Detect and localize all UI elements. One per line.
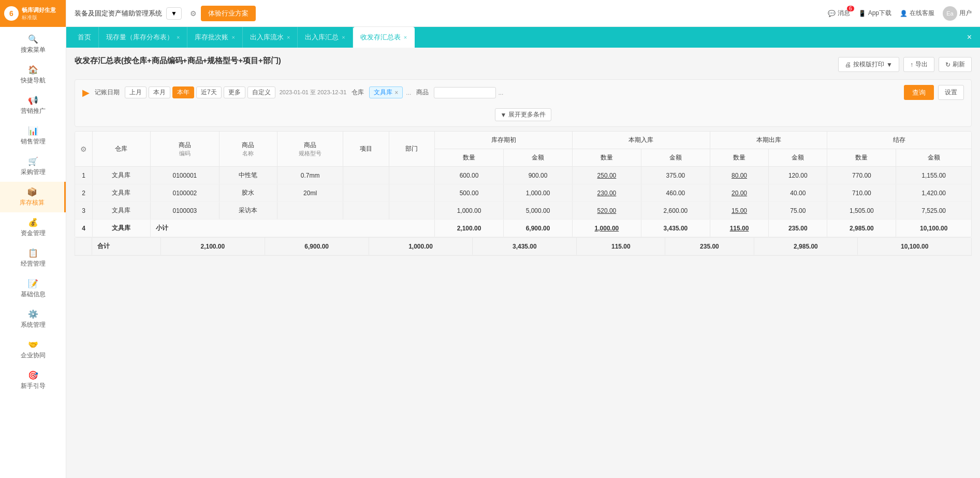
sidebar-item-operations[interactable]: 📋 经营管理 — [0, 243, 66, 273]
date-btn-custom[interactable]: 自定义 — [247, 86, 275, 98]
sidebar-item-label: 搜索菜单 — [21, 46, 46, 54]
row-out-qty[interactable]: 15.00 — [710, 202, 768, 220]
product-more-btn[interactable]: ... — [498, 89, 503, 96]
warehouse-tag-close[interactable]: × — [394, 89, 398, 96]
tab-close-icon[interactable]: × — [177, 34, 180, 40]
total-bal-qty: 2,985.00 — [754, 238, 858, 255]
sidebar-item-inventory[interactable]: 📦 库存核算 — [0, 182, 66, 212]
row-out-qty[interactable]: 20.00 — [710, 184, 768, 202]
export-label: 导出 — [915, 60, 928, 69]
marketing-icon: 📢 — [28, 95, 38, 105]
warehouse-filter: 文具库 × ... — [369, 86, 411, 98]
sidebar-item-quick-nav[interactable]: 🏠 快捷导航 — [0, 60, 66, 90]
refresh-icon: ↻ — [945, 61, 950, 68]
logo-icon: 6 — [4, 6, 19, 21]
warehouse-more-btn[interactable]: ... — [406, 89, 411, 96]
main-area: 装备及固定资产辅助管理系统 ▼ ⚙ 体验行业方案 💬 消息 6 📱 App下载 … — [66, 0, 980, 478]
row-spec: 0.7mm — [277, 167, 343, 184]
sidebar-item-system[interactable]: ⚙️ 系统管理 — [0, 304, 66, 335]
user-action[interactable]: Ea 用户 — [943, 6, 972, 21]
col-project-header: 项目 — [343, 132, 389, 167]
tab-inout-flow[interactable]: 出入库流水 × — [243, 27, 298, 48]
column-settings-icon[interactable]: ⚙ — [80, 145, 87, 153]
subtotal-row: 4 文具库 小计 2,100.00 6,900.00 1,000.00 3,43… — [75, 220, 971, 237]
row-out-amt: 40.00 — [769, 184, 827, 202]
sidebar-item-label: 系统管理 — [21, 321, 46, 329]
row-bal-qty: 710.00 — [827, 184, 896, 202]
expand-conditions-button[interactable]: ▼ 展开更多条件 — [495, 108, 552, 121]
sidebar-item-guide[interactable]: 🎯 新手引导 — [0, 365, 66, 396]
tab-close-icon[interactable]: × — [342, 34, 345, 40]
tab-close-icon[interactable]: × — [404, 34, 407, 40]
tab-label: 首页 — [78, 33, 91, 42]
tab-inout-summary[interactable]: 出入库汇总 × — [298, 27, 353, 48]
sidebar-item-sales[interactable]: 📊 销售管理 — [0, 121, 66, 151]
warehouse-filter-label: 仓库 — [352, 88, 364, 97]
row-open-amt: 900.00 — [504, 167, 573, 184]
col-name-header: 商品名称 — [219, 132, 277, 167]
product-filter-input[interactable] — [434, 87, 496, 98]
refresh-button[interactable]: ↻ 刷新 — [939, 57, 972, 72]
subtotal-no: 4 — [75, 220, 93, 237]
tab-receive-summary[interactable]: 收发存汇总表 × — [353, 27, 415, 48]
query-button[interactable]: 查询 — [904, 85, 934, 100]
date-btn-this-month[interactable]: 本月 — [149, 86, 170, 98]
tab-label: 现存量（库存分布表） — [106, 33, 173, 42]
date-btn-more[interactable]: 更多 — [224, 86, 245, 98]
settings-gear-icon[interactable]: ⚙ — [190, 9, 197, 18]
subtotal-in-qty[interactable]: 1,000.00 — [572, 220, 641, 237]
date-btn-this-year[interactable]: 本年 — [172, 86, 194, 98]
sidebar-item-label: 企业协同 — [21, 351, 46, 360]
search-icon: 🔍 — [28, 34, 38, 44]
total-out-amt: 235.00 — [665, 238, 754, 255]
table-row: 1 文具库 0100001 中性笔 0.7mm 600.00 900.00 25… — [75, 167, 971, 184]
app-download-action[interactable]: 📱 App下载 — [858, 9, 891, 18]
sidebar-item-finance[interactable]: 💰 资金管理 — [0, 212, 66, 243]
settings-button[interactable]: 设置 — [938, 85, 964, 100]
service-icon: 👤 — [900, 10, 908, 17]
sidebar-item-search[interactable]: 🔍 搜索菜单 — [0, 29, 66, 60]
tab-close-icon[interactable]: × — [231, 34, 235, 40]
row-out-amt: 120.00 — [769, 167, 827, 184]
sidebar-item-marketing[interactable]: 📢 营销推广 — [0, 90, 66, 121]
page-title: 收发存汇总表(按仓库+商品编码+商品+规格型号+项目+部门) — [75, 56, 281, 66]
sidebar-nav: 🔍 搜索菜单 🏠 快捷导航 📢 营销推广 📊 销售管理 🛒 采购管理 📦 库存核… — [0, 27, 66, 478]
print-button[interactable]: 🖨 按模版打印 ▼ — [838, 57, 899, 72]
date-btn-7days[interactable]: 近7天 — [196, 86, 222, 98]
row-in-qty[interactable]: 230.00 — [572, 184, 641, 202]
tab-inventory-dist[interactable]: 现存量（库存分布表） × — [99, 27, 187, 48]
row-code: 0100002 — [150, 184, 219, 202]
subtotal-out-qty[interactable]: 115.00 — [710, 220, 768, 237]
system-dropdown[interactable]: ▼ — [166, 7, 182, 20]
date-btn-last-month[interactable]: 上月 — [125, 86, 147, 98]
row-out-qty[interactable]: 80.00 — [710, 167, 768, 184]
online-service-action[interactable]: 👤 在线客服 — [900, 9, 934, 18]
row-name: 胶水 — [219, 184, 277, 202]
col-code-header: 商品编码 — [150, 132, 219, 167]
warehouse-tag[interactable]: 文具库 × — [369, 86, 403, 98]
total-row: 合计 2,100.00 6,900.00 1,000.00 3,435.00 1… — [75, 238, 971, 255]
filter-expand-arrow[interactable]: ▶ — [82, 87, 90, 98]
row-in-qty[interactable]: 250.00 — [572, 167, 641, 184]
tab-label: 出入库汇总 — [305, 33, 339, 42]
sidebar-item-enterprise[interactable]: 🤝 企业协同 — [0, 335, 66, 365]
sales-icon: 📊 — [28, 126, 38, 136]
tab-close-icon[interactable]: × — [287, 34, 290, 40]
row-in-qty[interactable]: 520.00 — [572, 202, 641, 220]
trial-button[interactable]: 体验行业方案 — [201, 6, 256, 21]
total-label: 合计 — [92, 238, 160, 255]
sidebar-item-purchase[interactable]: 🛒 采购管理 — [0, 151, 66, 182]
tab-batch-ledger[interactable]: 库存批次账 × — [187, 27, 242, 48]
message-icon: 💬 — [828, 10, 836, 17]
row-dept — [389, 202, 434, 220]
tabbar-close-button[interactable]: × — [963, 33, 976, 42]
sidebar-item-label: 资金管理 — [21, 229, 46, 238]
tab-home[interactable]: 首页 — [70, 27, 99, 48]
export-button[interactable]: ↑ 导出 — [903, 57, 934, 72]
date-filter-label: 记账日期 — [95, 88, 120, 97]
sidebar-item-label: 基础信息 — [21, 290, 46, 299]
messages-action[interactable]: 💬 消息 6 — [828, 9, 850, 18]
sidebar-item-base-info[interactable]: 📝 基础信息 — [0, 273, 66, 304]
subtotal-bal-qty: 2,985.00 — [827, 220, 896, 237]
refresh-label: 刷新 — [953, 60, 965, 69]
